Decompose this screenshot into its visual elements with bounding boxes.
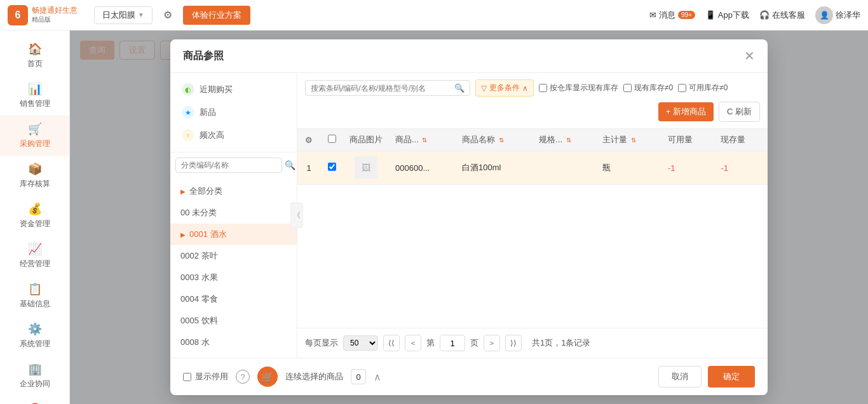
page-number-input[interactable]: [440, 335, 465, 351]
row-available: -1: [661, 151, 715, 185]
product-table: ⚙ 商品图片 商品...: [297, 129, 768, 185]
product-search-wrap: 🔍: [305, 80, 470, 96]
category-beverage-label: 0005 饮料: [180, 315, 218, 327]
sidebar-item-inventory[interactable]: 📦 库存核算: [0, 156, 69, 196]
category-fruit[interactable]: 0003 水果: [170, 267, 297, 288]
message-icon: ✉: [649, 10, 656, 20]
frequent-icon: ↑: [182, 129, 194, 142]
table-row[interactable]: 1 🖼 000600... 白酒100ml: [297, 151, 768, 185]
sidebar-item-guide[interactable]: 🎯 新手引导: [0, 396, 69, 404]
message-label: 消息: [659, 10, 675, 21]
show-disabled-toggle[interactable]: 显示停用: [183, 371, 228, 382]
per-page-select[interactable]: 50 100 200: [343, 335, 378, 351]
category-appliance[interactable]: 0010 家电: [170, 353, 297, 358]
continuous-label: 连续选择的商品: [285, 371, 343, 382]
show-warehouse-stock-label: 按仓库显示现有库存: [550, 83, 618, 93]
app-download-label: App下载: [718, 10, 749, 21]
last-page-button[interactable]: ⟩⟩: [505, 335, 522, 351]
category-water[interactable]: 0008 水: [170, 332, 297, 353]
col-unit-label: 主计量: [602, 135, 627, 144]
category-tea[interactable]: 0002 茶叶: [170, 245, 297, 267]
sidebar-item-basic[interactable]: 📋 基础信息: [0, 276, 69, 316]
add-product-button[interactable]: + 新增商品: [658, 102, 714, 121]
quick-new[interactable]: ★ 新品: [175, 101, 292, 124]
user-item[interactable]: 👤 徐泽华: [815, 6, 860, 24]
page-suffix: 页: [470, 337, 478, 349]
col-checkbox: [320, 129, 343, 151]
col-code-label: 商品...: [395, 135, 419, 144]
select-all-checkbox[interactable]: [328, 135, 336, 143]
first-page-button[interactable]: ⟨⟨: [383, 335, 400, 351]
col-stock-label: 现存量: [721, 135, 745, 144]
col-unit-sort: ⇅: [631, 137, 636, 144]
collapse-panel-button[interactable]: 《: [290, 203, 303, 228]
nonzero-available-checkbox[interactable]: [678, 84, 686, 92]
corp-icon: 🏢: [28, 362, 42, 376]
show-warehouse-stock-filter[interactable]: 按仓库显示现有库存: [539, 83, 618, 93]
main-layout: 🏠 首页 📊 销售管理 🛒 采购管理 📦 库存核算 💰 资金管理 📈 经营管理 …: [0, 30, 868, 404]
logo-sub: 精品版: [32, 15, 78, 24]
category-search-input[interactable]: [175, 158, 282, 173]
confirm-button[interactable]: 确定: [708, 366, 755, 387]
col-name[interactable]: 商品名称 ⇅: [456, 129, 532, 151]
row-image: 🖼: [343, 151, 389, 185]
sidebar-item-system[interactable]: ⚙️ 系统管理: [0, 316, 69, 356]
online-service-item[interactable]: 🎧 在线客服: [759, 10, 805, 21]
category-beverage[interactable]: 0005 饮料: [170, 310, 297, 332]
sidebar-item-purchase[interactable]: 🛒 采购管理: [0, 116, 69, 156]
category-tea-label: 0002 茶叶: [180, 250, 218, 262]
row-spec: [532, 151, 596, 185]
store-selector[interactable]: 日太阳膜 ▼: [94, 6, 153, 24]
table-body: 1 🖼 000600... 白酒100ml: [297, 151, 768, 185]
nonzero-stock-filter[interactable]: 现有库存≠0: [623, 83, 673, 93]
category-liquor-label: 0001 酒水: [189, 229, 227, 240]
cancel-button[interactable]: 取消: [658, 366, 702, 387]
product-search-button[interactable]: 🔍: [454, 83, 465, 93]
sidebar-item-operations[interactable]: 📈 经营管理: [0, 236, 69, 276]
row-checkbox[interactable]: [328, 163, 336, 171]
show-warehouse-stock-checkbox[interactable]: [539, 84, 547, 92]
help-icon[interactable]: ?: [236, 370, 250, 384]
sidebar-label-home: 首页: [27, 58, 43, 69]
quick-frequent[interactable]: ↑ 频次高: [175, 124, 292, 147]
col-spec[interactable]: 规格... ⇅: [532, 129, 596, 151]
category-water-label: 0008 水: [180, 337, 210, 348]
sidebar-item-corp[interactable]: 🏢 企业协同: [0, 356, 69, 396]
trial-button[interactable]: 体验行业方案: [183, 6, 250, 25]
sidebar-item-finance[interactable]: 💰 资金管理: [0, 196, 69, 236]
quick-recent[interactable]: ◐ 近期购买: [175, 78, 292, 101]
category-snack[interactable]: 0004 零食: [170, 288, 297, 310]
col-code[interactable]: 商品... ⇅: [389, 129, 456, 151]
modal-toolbar: 🔍 ▽ 更多条件 ∧ 按仓库显示现有库存: [297, 73, 768, 129]
avatar: 👤: [815, 6, 833, 24]
show-disabled-checkbox[interactable]: [183, 373, 191, 381]
modal-close-button[interactable]: ✕: [744, 48, 755, 64]
app-download-item[interactable]: 📱 App下载: [705, 10, 749, 21]
prev-page-button[interactable]: ＜: [405, 335, 421, 351]
modal-overlay: 商品参照 ✕ ◐ 近期购买 ★ 新: [70, 30, 868, 404]
collapse-cart-button[interactable]: ∧: [374, 371, 381, 383]
category-search-button[interactable]: 🔍: [285, 160, 295, 170]
sidebar-label-system: 系统管理: [20, 339, 50, 349]
col-unit[interactable]: 主计量 ⇅: [596, 129, 661, 151]
col-spec-label: 规格...: [539, 135, 562, 144]
category-uncategorized[interactable]: 00 未分类: [170, 202, 297, 224]
nonzero-stock-checkbox[interactable]: [623, 84, 632, 92]
home-icon: 🏠: [28, 42, 42, 56]
settings-icon[interactable]: ⚙: [158, 5, 178, 25]
messages-item[interactable]: ✉ 消息 99+: [649, 10, 695, 21]
sidebar-item-home[interactable]: 🏠 首页: [0, 36, 69, 76]
page-word: 第: [426, 337, 435, 349]
store-name: 日太阳膜: [102, 10, 135, 21]
next-page-button[interactable]: ＞: [484, 335, 500, 351]
refresh-table-button[interactable]: C 刷新: [719, 102, 760, 122]
sidebar-item-sales[interactable]: 📊 销售管理: [0, 76, 69, 116]
category-all[interactable]: ▶ 全部分类: [170, 180, 297, 202]
operations-icon: 📈: [28, 242, 42, 256]
sales-icon: 📊: [28, 82, 42, 96]
nonzero-available-filter[interactable]: 可用库存≠0: [678, 83, 728, 93]
more-filter-button[interactable]: ▽ 更多条件 ∧: [475, 79, 534, 97]
product-search-input[interactable]: [311, 84, 452, 93]
show-disabled-label: 显示停用: [195, 371, 228, 382]
category-liquor[interactable]: ▶ 0001 酒水: [170, 224, 297, 245]
